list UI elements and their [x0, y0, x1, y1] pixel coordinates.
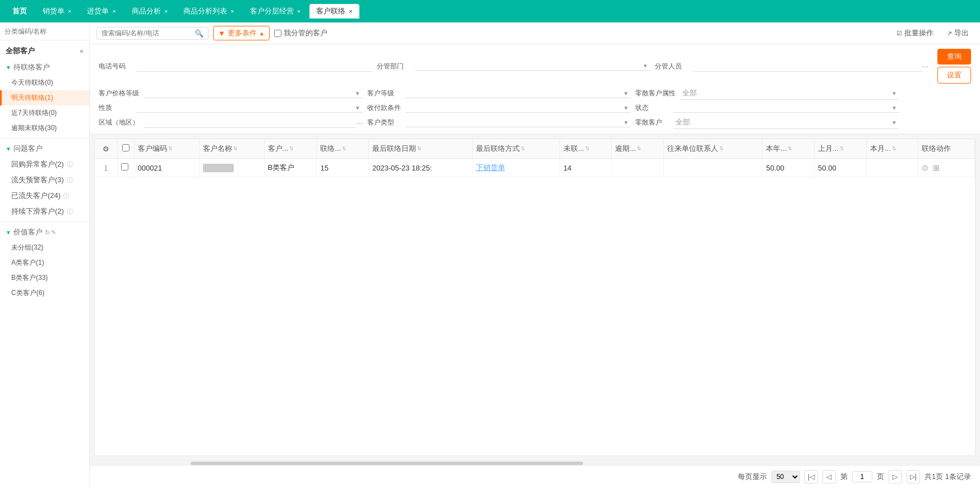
nav-product-analysis-list[interactable]: 商品分析列表 ×: [177, 4, 241, 19]
sidebar-item-churned[interactable]: 已流失客户(24) ⓘ: [0, 188, 89, 204]
chevron-up-icon: ▲: [259, 30, 265, 36]
nav-home[interactable]: 首页: [6, 4, 34, 19]
sidebar-item-7day-contact[interactable]: 近7天待联络(0): [0, 105, 89, 121]
filter-more-conditions-btn[interactable]: ▼ 更多条件 ▲: [213, 26, 270, 40]
sort-icon-ctype[interactable]: ⇅: [289, 146, 294, 151]
retail-cust-select[interactable]: 全部 ▼: [673, 116, 899, 129]
content-area: 🔍 ▼ 更多条件 ▲ 我分管的客户 ☑ 批量操作 ↗ 导出: [90, 22, 980, 488]
query-btn[interactable]: 查询: [937, 49, 971, 65]
col-cust-type: 客户...⇅: [264, 139, 317, 159]
filter-search-input[interactable]: [101, 29, 192, 37]
sort-icon-lmonth[interactable]: ⇅: [840, 146, 844, 151]
close-customer-tier-icon[interactable]: ×: [297, 8, 301, 15]
adv-filter-row-4: 区域（地区） ··· 客户类型 ▼ 零散客户 全部 ▼: [99, 116, 971, 129]
sidebar-item-c-class[interactable]: C类客户(6): [0, 286, 89, 301]
batch-op-btn[interactable]: ☑ 批量操作: [892, 26, 938, 40]
table-scrollbar[interactable]: [90, 461, 980, 465]
phone-input[interactable]: [137, 61, 372, 72]
sidebar-item-a-class[interactable]: A类客户(1): [0, 255, 89, 270]
nature-select[interactable]: ▼: [137, 104, 363, 113]
sort-icon-method[interactable]: ⇅: [521, 146, 525, 151]
price-grade-select[interactable]: ▼: [144, 89, 363, 98]
sidebar-group-value-customer[interactable]: ▼ 价值客户 ↻ ✎: [0, 224, 89, 240]
sort-icon-name[interactable]: ⇅: [233, 146, 238, 151]
my-customers-checkbox-container[interactable]: 我分管的客户: [274, 28, 327, 38]
refresh-icon[interactable]: ↻: [45, 229, 50, 236]
sort-icon-contact[interactable]: ⇅: [719, 146, 724, 151]
close-purchase-icon[interactable]: ×: [112, 8, 115, 15]
close-sales-order-icon[interactable]: ×: [68, 8, 71, 15]
col-uncontact: 未联...⇅: [560, 139, 612, 159]
region-more-icon[interactable]: ···: [356, 118, 363, 127]
sidebar-item-ungroup[interactable]: 未分组(32): [0, 240, 89, 255]
cell-checkbox[interactable]: [117, 159, 134, 177]
last-page-btn[interactable]: ▷|: [907, 470, 920, 484]
sidebar-all-customers[interactable]: 全部客户 «: [0, 43, 89, 59]
next-page-btn[interactable]: ▷: [889, 470, 902, 484]
edit-icon[interactable]: ✎: [51, 229, 56, 236]
sidebar-item-tomorrow-contact[interactable]: 明天待联络(1): [0, 90, 89, 105]
cell-last-method[interactable]: 下销货单: [472, 159, 560, 177]
sidebar-item-repurchase-abnormal[interactable]: 回购异常客户(2) ⓘ: [0, 156, 89, 172]
retail-attr-select[interactable]: 全部 ▼: [680, 87, 899, 100]
prev-page-btn[interactable]: ◁: [822, 470, 836, 484]
action-btn-group: 查询 设置: [937, 49, 971, 84]
batch-op-icon: ☑: [896, 30, 902, 37]
cust-type-select[interactable]: ▼: [405, 118, 631, 127]
sort-icon-code[interactable]: ⇅: [168, 146, 173, 151]
row-checkbox[interactable]: [121, 163, 128, 171]
sidebar-group-problem-customer[interactable]: ▼ 问题客户: [0, 141, 89, 156]
col-checkbox[interactable]: [117, 139, 134, 159]
sidebar-group-pending-contact[interactable]: ▼ 待联络客户: [0, 59, 89, 75]
table-row: 1 000021 Ea B类客户 15 2023-05-23 18:25: 下销…: [95, 159, 975, 177]
pay-condition-select[interactable]: ▼: [405, 104, 631, 113]
sidebar-item-overdue-contact[interactable]: 逾期未联络(30): [0, 121, 89, 136]
person-more-icon[interactable]: ···: [922, 62, 928, 71]
sort-icon-count[interactable]: ⇅: [342, 146, 346, 151]
close-product-analysis-icon[interactable]: ×: [164, 8, 168, 15]
region-input[interactable]: [144, 117, 356, 128]
sidebar-item-b-class[interactable]: B类客户(33): [0, 270, 89, 286]
close-customer-contact-icon[interactable]: ×: [349, 8, 352, 15]
sort-icon-overdue[interactable]: ⇅: [637, 146, 641, 151]
filter-nature: 性质 ▼: [99, 103, 363, 113]
my-customers-checkbox[interactable]: [274, 30, 281, 37]
sort-icon-date[interactable]: ⇅: [417, 146, 422, 151]
edit-action-icon[interactable]: ⊙: [922, 163, 928, 172]
nav-sales-order[interactable]: 销货单 ×: [36, 4, 78, 19]
scrollbar-thumb[interactable]: [191, 462, 583, 465]
per-page-select[interactable]: 50 100 200: [771, 471, 800, 483]
nav-product-analysis[interactable]: 商品分析 ×: [125, 4, 174, 19]
person-input[interactable]: [693, 61, 922, 72]
cust-type-chevron-icon: ▼: [623, 119, 628, 126]
col-gear[interactable]: ⚙: [95, 139, 117, 159]
col-name: 客户名称⇅: [199, 139, 264, 159]
status-select[interactable]: ▼: [673, 104, 899, 113]
sidebar-content: 全部客户 « ▼ 待联络客户 今天待联络(0) 明天待联络(1) 近7天待联络(…: [0, 40, 89, 488]
sidebar-item-declining[interactable]: 持续下滑客户(2) ⓘ: [0, 204, 89, 219]
total-records-label: 共1页 1条记录: [924, 472, 971, 482]
info-icon-2: ⓘ: [67, 177, 73, 183]
first-page-btn[interactable]: |◁: [805, 470, 818, 484]
sort-icon-uncontact[interactable]: ⇅: [585, 146, 590, 151]
dept-select[interactable]: ▼: [415, 62, 650, 71]
filter-search-icon[interactable]: 🔍: [195, 29, 204, 38]
sidebar-search-input[interactable]: [4, 27, 89, 35]
nav-customer-tier[interactable]: 客户分层经营 ×: [243, 4, 307, 19]
nav-purchase-order[interactable]: 进货单 ×: [80, 4, 122, 19]
export-btn[interactable]: ↗ 导出: [942, 26, 973, 40]
sort-icon-tmonth[interactable]: ⇅: [892, 146, 896, 151]
more-action-icon[interactable]: ⊞: [933, 163, 940, 172]
page-number-input[interactable]: [852, 471, 872, 482]
settings-btn[interactable]: 设置: [937, 67, 971, 84]
cust-grade-select[interactable]: ▼: [405, 89, 631, 98]
cell-uncontact: 14: [560, 159, 612, 177]
last-method-link[interactable]: 下销货单: [476, 163, 505, 172]
select-all-checkbox[interactable]: [122, 144, 130, 151]
sidebar-item-churn-warning[interactable]: 流失预警客户(3) ⓘ: [0, 172, 89, 188]
sidebar-item-today-contact[interactable]: 今天待联络(0): [0, 75, 89, 90]
close-product-list-icon[interactable]: ×: [230, 8, 234, 15]
nav-customer-contact[interactable]: 客户联络 ×: [309, 4, 359, 19]
cell-contact: [664, 159, 762, 177]
sort-icon-year[interactable]: ⇅: [788, 146, 792, 151]
